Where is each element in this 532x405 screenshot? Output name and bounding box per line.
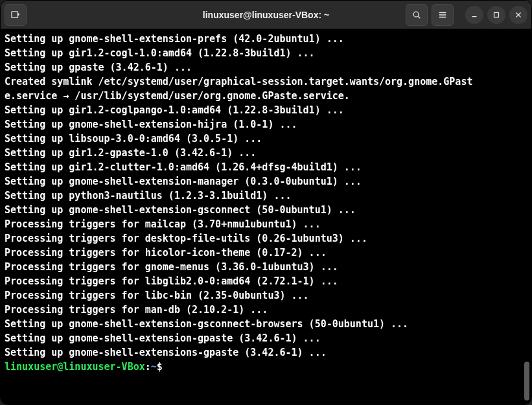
output-line: Setting up gir1.2-clutter-1.0:amd64 (1.2…: [5, 160, 527, 174]
close-icon: [514, 10, 523, 19]
hamburger-menu-button[interactable]: [432, 4, 454, 26]
svg-point-1: [413, 12, 419, 17]
output-line: Processing triggers for hicolor-icon-the…: [5, 246, 527, 260]
close-button[interactable]: [509, 6, 527, 24]
maximize-button[interactable]: [487, 6, 505, 24]
output-line: Processing triggers for desktop-file-uti…: [5, 231, 527, 246]
output-line: Setting up gnome-shell-extension-manager…: [5, 174, 527, 189]
scrollbar[interactable]: [524, 29, 530, 403]
output-line: Setting up gnome-shell-extension-hijra (…: [5, 117, 527, 132]
svg-rect-0: [12, 11, 18, 17]
minimize-button[interactable]: [465, 6, 483, 24]
search-button[interactable]: [406, 4, 428, 26]
output-line: Setting up python3-nautilus (1.2.3-3.1bu…: [5, 189, 527, 203]
prompt-colon: :: [145, 361, 151, 373]
svg-rect-2: [494, 12, 499, 17]
output-line: Setting up gir1.2-coglpango-1.0:amd64 (1…: [5, 103, 527, 117]
scrollbar-thumb[interactable]: [524, 362, 529, 400]
output-line: Processing triggers for man-db (2.10.2-1…: [5, 303, 527, 317]
output-line: e.service → /usr/lib/systemd/user/org.gn…: [5, 89, 527, 103]
output-line: Setting up gnome-shell-extension-gsconne…: [5, 203, 527, 217]
search-icon: [412, 10, 421, 19]
hamburger-icon: [438, 10, 447, 19]
output-line: Processing triggers for libglib2.0-0:amd…: [5, 274, 527, 288]
terminal-window: linuxuser@linuxuser-VBox: ~: [0, 0, 532, 405]
terminal-output[interactable]: Setting up gnome-shell-extension-prefs (…: [1, 29, 531, 404]
new-tab-button[interactable]: [5, 4, 27, 26]
window-title: linuxuser@linuxuser-VBox: ~: [203, 10, 329, 20]
output-line: Created symlink /etc/systemd/user/graphi…: [5, 75, 527, 89]
prompt-path: ~: [151, 361, 157, 373]
output-line: Setting up gnome-shell-extensions-gpaste…: [5, 345, 527, 360]
output-line: Setting up gpaste (3.42.6-1) ...: [5, 60, 527, 75]
new-tab-icon: [11, 10, 20, 19]
output-line: Setting up libsoup-3.0-0:amd64 (3.0.5-1)…: [5, 132, 527, 146]
output-line: Processing triggers for gnome-menus (3.3…: [5, 260, 527, 274]
output-line: Setting up gnome-shell-extension-prefs (…: [5, 32, 527, 46]
output-line: Processing triggers for mailcap (3.70+nm…: [5, 217, 527, 231]
titlebar: linuxuser@linuxuser-VBox: ~: [1, 1, 531, 29]
output-line: Setting up gnome-shell-extension-gpaste …: [5, 331, 527, 345]
output-line: Setting up gnome-shell-extension-gsconne…: [5, 317, 527, 331]
minimize-icon: [470, 10, 479, 19]
output-line: Processing triggers for libc-bin (2.35-0…: [5, 288, 527, 303]
prompt-dollar: $: [157, 361, 163, 373]
prompt-line: linuxuser@linuxuser-VBox:~$: [5, 360, 527, 374]
output-line: Setting up gir1.2-cogl-1.0:amd64 (1.22.8…: [5, 46, 527, 60]
maximize-icon: [492, 10, 501, 19]
prompt-userhost: linuxuser@linuxuser-VBox: [5, 361, 145, 373]
output-line: Setting up gir1.2-gpaste-1.0 (3.42.6-1) …: [5, 146, 527, 160]
